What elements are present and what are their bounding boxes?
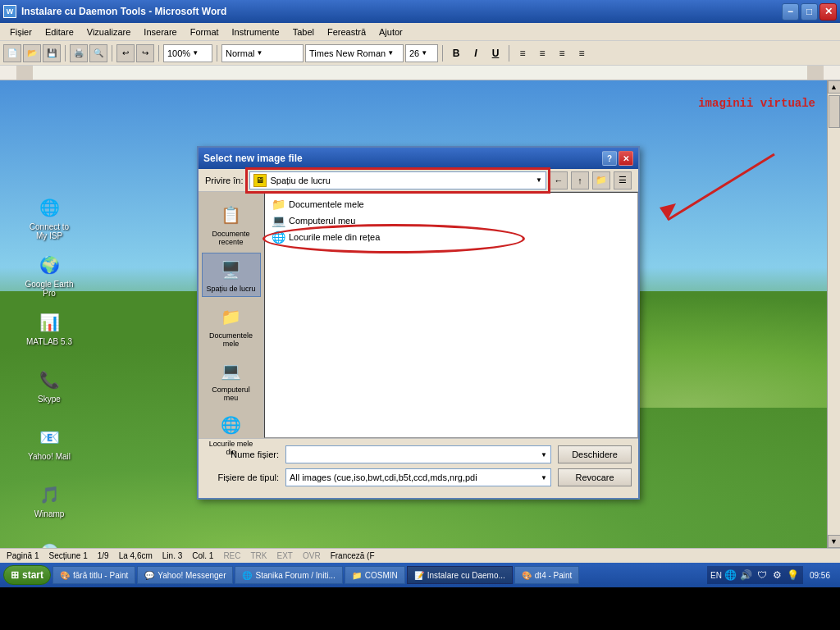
nav-up-button[interactable]: ↑ [571, 171, 589, 189]
separator-5 [442, 45, 443, 62]
title-bar-buttons: − □ ✕ [782, 3, 837, 21]
taskbar-yahoo[interactable]: 💬 Yahoo! Messenger [137, 566, 233, 584]
clock[interactable]: 09:56 [806, 571, 833, 580]
nav-item-computerul-meu[interactable]: 💻 Computerul meu [202, 354, 261, 405]
dialog-help-button[interactable]: ? [602, 151, 617, 166]
tray-icon-1[interactable]: ⚙ [771, 568, 784, 582]
menu-item-inserare[interactable]: Inserare [137, 25, 183, 39]
look-in-dropdown[interactable]: 🖥 Spațiu de lucru ▼ [249, 171, 546, 189]
menu-item-tabel[interactable]: Tabel [286, 25, 321, 39]
redo-button[interactable]: ↪ [136, 44, 154, 62]
nav-item-documente-recente[interactable]: 📋 Documente recente [202, 199, 261, 249]
menu-item-fereastr[interactable]: Fereastră [321, 25, 372, 39]
file-icon-locuri: 🌐 [272, 231, 285, 244]
align-right-button[interactable]: ≡ [553, 44, 571, 62]
menu-item-instrumente[interactable]: Instrumente [226, 25, 286, 39]
network-tray-icon[interactable]: 🌐 [724, 568, 737, 582]
file-item-documentele-mele[interactable]: 📁 Documentele mele [268, 196, 634, 212]
taskbar-paint[interactable]: 🎨 fără titlu - Paint [52, 566, 135, 584]
font-name-dropdown[interactable]: Times New Roman ▼ [305, 44, 404, 62]
new-folder-button[interactable]: 📁 [592, 171, 610, 189]
dialog-close-button[interactable]: ✕ [619, 151, 633, 166]
maximize-button[interactable]: □ [801, 3, 818, 21]
start-button[interactable]: ⊞ start [3, 565, 51, 585]
separator-1 [65, 45, 66, 62]
zoom-arrow: ▼ [192, 49, 199, 57]
style-dropdown[interactable]: Normal ▼ [221, 44, 304, 62]
new-button[interactable]: 📄 [3, 44, 21, 62]
desktop-icon-winamp[interactable]: 🎵 Winamp [21, 478, 78, 522]
filetype-row: Fișiere de tipul: All images (cue,iso,bw… [205, 468, 632, 486]
desktop-icon-daemon[interactable]: 💿 DAEMON Tools [21, 536, 78, 548]
desktop-icon-earth[interactable]: 🌍 Google Earth Pro [21, 249, 78, 301]
tray-icon-2[interactable]: 💡 [787, 568, 800, 582]
taskbar-right: EN 🌐 🔊 🛡 ⚙ 💡 09:56 [704, 566, 837, 584]
menu-item-fiier[interactable]: Fișier [3, 25, 39, 39]
scroll-up-button[interactable]: ▲ [828, 80, 841, 94]
isp-label: Connect to My ISP [24, 222, 75, 240]
view-menu-button[interactable]: ☰ [614, 171, 632, 189]
volume-tray-icon[interactable]: 🔊 [740, 568, 753, 582]
daemon-icon: 💿 [36, 539, 62, 548]
documente-recente-icon: 📋 [218, 202, 244, 228]
bold-button[interactable]: B [447, 44, 465, 62]
window-title: Instalare cu Daemon Tools - Microsoft Wo… [21, 6, 226, 17]
open-button[interactable]: 📂 [23, 44, 41, 62]
align-justify-button[interactable]: ≡ [573, 44, 591, 62]
menu-item-ajutor[interactable]: Ajutor [372, 25, 409, 39]
undo-button[interactable]: ↩ [116, 44, 135, 62]
nav-item-spatiu-de-lucru[interactable]: 🖥️ Spațiu de lucru [202, 253, 261, 297]
status-col: Col. 1 [192, 551, 213, 560]
filetype-dropdown[interactable]: All images (cue,iso,bwt,cdi,b5t,ccd,mds,… [285, 468, 551, 486]
desktop-icon-isp[interactable]: 🌐 Connect to My ISP [21, 191, 78, 244]
filetype-arrow: ▼ [541, 474, 547, 482]
close-button[interactable]: ✕ [819, 3, 837, 21]
nav-back-button[interactable]: ← [550, 171, 568, 189]
file-item-locurile-mele[interactable]: 🌐 Locurile mele din rețea [268, 229, 634, 245]
filename-input[interactable]: ▼ [285, 445, 551, 463]
cancel-file-button[interactable]: Revocare [558, 468, 632, 486]
align-left-button[interactable]: ≡ [514, 44, 532, 62]
toolbar: 📄 📂 💾 🖨️ 🔍 ↩ ↪ 100% ▼ Normal ▼ Times New… [0, 41, 840, 66]
taskbar: ⊞ start 🎨 fără titlu - Paint 💬 Yahoo! Me… [0, 563, 840, 587]
align-center-button[interactable]: ≡ [533, 44, 551, 62]
desktop-icon-matlab[interactable]: 📊 MATLAB 5.3 [21, 306, 78, 349]
print-button[interactable]: 🖨️ [70, 44, 88, 62]
paint-icon: 🎨 [60, 571, 70, 580]
antivirus-tray-icon[interactable]: 🛡 [756, 568, 769, 582]
cosmin-label: COSMIN [365, 571, 398, 580]
size-arrow: ▼ [421, 49, 427, 57]
save-button[interactable]: 💾 [43, 44, 61, 62]
open-file-button[interactable]: Deschidere [558, 445, 632, 463]
filetype-value: All images (cue,iso,bwt,cdi,b5t,ccd,mds,… [290, 472, 477, 482]
file-item-computerul-meu[interactable]: 💻 Computerul meu [268, 212, 634, 229]
dialog-body: 📋 Documente recente 🖥️ Spațiu de lucru 📁… [199, 192, 638, 438]
action-buttons: Deschidere [558, 445, 632, 463]
daemon-word-icon: 📝 [414, 571, 424, 580]
zoom-dropdown[interactable]: 100% ▼ [163, 44, 212, 62]
underline-button[interactable]: U [486, 44, 504, 62]
menu-item-vizualizare[interactable]: Vizualizare [80, 25, 138, 39]
taskbar-daemon-word[interactable]: 📝 Instalare cu Daemo... [407, 566, 513, 584]
scroll-down-button[interactable]: ▼ [828, 535, 841, 548]
matlab-icon: 📊 [36, 309, 62, 336]
italic-button[interactable]: I [467, 44, 485, 62]
taskbar-stanika[interactable]: 🌐 Stanika Forum / Initi... [235, 566, 342, 584]
desktop-icon-yahoo[interactable]: 📧 Yahoo! Mail [21, 421, 78, 464]
computerul-meu-icon: 💻 [218, 358, 244, 384]
nav-item-documentele-mele[interactable]: 📁 Documentele mele [202, 300, 261, 351]
taskbar-cosmin[interactable]: 📁 COSMIN [345, 566, 405, 584]
desktop-icon-skype[interactable]: 📞 Skype [21, 363, 78, 407]
status-page: Pagină 1 [7, 551, 39, 560]
yahoo-icon: 📧 [36, 424, 62, 450]
menu-item-format[interactable]: Format [184, 25, 226, 39]
scroll-thumb[interactable] [829, 95, 840, 128]
locurile-mele-icon: 🌐 [218, 412, 244, 438]
minimize-button[interactable]: − [782, 3, 799, 21]
preview-button[interactable]: 🔍 [89, 44, 107, 62]
menu-item-editare[interactable]: Editare [39, 25, 80, 39]
dialog-filelist[interactable]: 📁 Documentele mele 💻 Computerul meu 🌐 Lo… [264, 192, 638, 438]
look-in-label: Privire în: [205, 176, 243, 185]
taskbar-dt4[interactable]: 🎨 dt4 - Paint [514, 566, 580, 584]
font-size-dropdown[interactable]: 26 ▼ [405, 44, 438, 62]
